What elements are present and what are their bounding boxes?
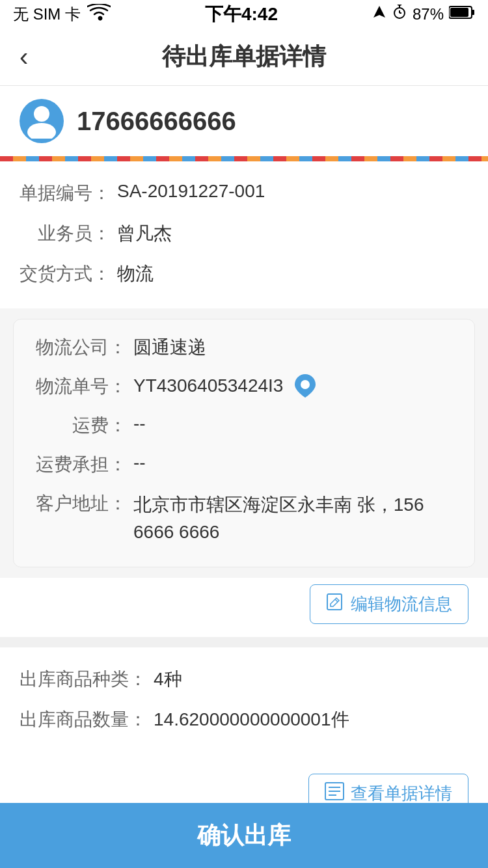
order-no-row: 单据编号： SA-20191227-001 [20,181,468,206]
salesman-value: 曾凡杰 [117,221,468,246]
nav-bar: ‹ 待出库单据详情 [0,29,488,86]
status-right: 87% [372,5,475,24]
logistics-card: 物流公司： 圆通速递 物流单号： YT43064053424I3 运费： -- … [13,319,475,567]
customer-phone: 17666666666 [77,107,236,136]
avatar [20,99,64,143]
product-quantity-value: 14.620000000000001件 [154,707,349,732]
address-row: 客户地址： 北京市市辖区海淀区永丰南 张，156 6666 6666 [29,491,459,546]
svg-rect-12 [327,594,342,610]
tracking-no-value: YT43064053424I3 [133,374,459,398]
logistics-company-value: 圆通速递 [133,335,459,360]
tracking-no-label: 物流单号： [29,374,127,399]
section-divider [0,637,488,647]
edit-logistics-button[interactable]: 编辑物流信息 [310,584,468,624]
logistics-company-row: 物流公司： 圆通速递 [29,335,459,360]
order-no-label: 单据编号： [20,181,111,206]
svg-rect-8 [450,8,468,17]
product-type-row: 出库商品种类： 4种 [20,667,468,692]
edit-logistics-section: 编辑物流信息 [0,578,488,637]
svg-line-3 [400,5,401,5]
location-pin-icon[interactable] [293,374,317,398]
svg-point-11 [301,380,310,389]
address-value: 北京市市辖区海淀区永丰南 张，156 6666 6666 [133,491,459,546]
confirm-bar[interactable]: 确认出库 [0,803,488,868]
order-no-value: SA-20191227-001 [117,181,468,202]
salesman-label: 业务员： [20,221,111,246]
svg-rect-7 [472,10,474,15]
delivery-value: 物流 [117,262,468,286]
product-type-label: 出库商品种类： [20,667,147,692]
freight-bearer-row: 运费承担： -- [29,452,459,477]
wifi-icon [87,4,111,25]
freight-value: -- [133,413,459,434]
dashed-divider [0,156,488,161]
battery-label: 87% [413,5,444,23]
product-section: 出库商品种类： 4种 出库商品数量： 14.620000000000001件 [0,647,488,767]
delivery-row: 交货方式： 物流 [20,262,468,286]
svg-line-2 [398,5,400,5]
status-time: 下午4:42 [205,2,278,27]
freight-bearer-label: 运费承担： [29,452,127,477]
list-icon [325,782,344,805]
delivery-label: 交货方式： [20,262,111,286]
product-quantity-label: 出库商品数量： [20,707,147,732]
view-detail-label: 查看单据详情 [351,782,452,805]
page-title: 待出库单据详情 [162,41,326,73]
alarm-icon [392,5,407,24]
tracking-no-row: 物流单号： YT43064053424I3 [29,374,459,399]
freight-row: 运费： -- [29,413,459,438]
logistics-company-label: 物流公司： [29,335,127,360]
order-info-section: 单据编号： SA-20191227-001 业务员： 曾凡杰 交货方式： 物流 [0,161,488,308]
product-quantity-row: 出库商品数量： 14.620000000000001件 [20,707,468,732]
svg-line-13 [335,599,338,602]
battery-icon [449,5,475,23]
svg-point-10 [27,123,56,139]
product-type-value: 4种 [154,667,182,692]
edit-logistics-label: 编辑物流信息 [351,593,452,616]
edit-icon [326,593,344,616]
carrier-label: 无 SIM 卡 [13,4,81,25]
freight-bearer-value: -- [133,452,459,473]
freight-label: 运费： [29,413,127,438]
salesman-row: 业务员： 曾凡杰 [20,221,468,246]
svg-point-9 [34,106,49,122]
address-label: 客户地址： [29,491,127,516]
customer-section: 17666666666 [0,86,488,156]
confirm-button-label: 确认出库 [197,820,291,852]
back-button[interactable]: ‹ [20,42,28,72]
status-bar: 无 SIM 卡 下午4:42 87% [0,0,488,29]
location-status-icon [372,5,386,24]
status-left: 无 SIM 卡 [13,4,111,25]
